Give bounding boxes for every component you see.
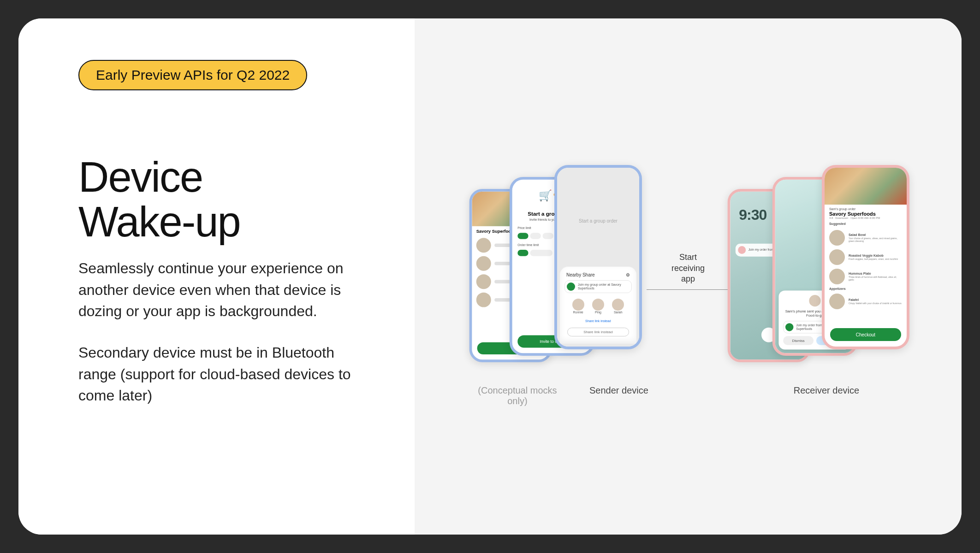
menu-item: Salad BowlYour choice of greens, olives,… bbox=[825, 228, 907, 247]
item-desc: Fresh veggies, bell peppers, onion, and … bbox=[849, 258, 898, 260]
item-name: Falafel bbox=[849, 298, 902, 302]
item-name: Roasted Veggie Kabob bbox=[849, 254, 898, 258]
receiver-phone-front: Sam's group order Savory Superfoods 4.8 … bbox=[822, 165, 909, 349]
nearby-share-title: Nearby Share bbox=[566, 272, 595, 277]
item-desc: Three kinds of hummus with flatbread, ol… bbox=[849, 276, 902, 281]
checkout-button: Checkout bbox=[830, 328, 901, 341]
section-suggested: Suggested bbox=[825, 220, 907, 228]
share-link-button: Share link instead bbox=[567, 328, 629, 336]
share-message: Join my group order at Savory Superfoods bbox=[578, 283, 630, 291]
avatar bbox=[572, 299, 584, 311]
restaurant-meta: 4.8 · Downtown · Open 9:00 AM–9:00 PM bbox=[829, 217, 902, 219]
restaurant-name: Savory Superfoods bbox=[829, 211, 902, 217]
share-link-instead: Share link instead bbox=[564, 318, 632, 325]
arrow-label: Start receiving app bbox=[660, 252, 716, 284]
dismiss-button: Dismiss bbox=[783, 336, 814, 345]
menu-item: Hummus PlateThree kinds of hummus with f… bbox=[825, 267, 907, 286]
device-stage: Savory Superfoods 🛒🍕 Start a group order… bbox=[415, 165, 962, 377]
presentation-slide: Early Preview APIs for Q2 2022 Device Wa… bbox=[18, 18, 962, 535]
notif-avatar bbox=[738, 246, 746, 254]
dimmed-title: Start a group order bbox=[557, 218, 639, 224]
food-hero-image bbox=[825, 168, 907, 205]
person-name: Ronnie bbox=[572, 311, 584, 314]
sender-phone-front: Start a group order Nearby Share ⚙ Join … bbox=[554, 165, 642, 349]
sender-avatar bbox=[809, 295, 820, 306]
preview-badge: Early Preview APIs for Q2 2022 bbox=[78, 60, 307, 90]
item-desc: Your choice of greens, olives, and mixed… bbox=[849, 237, 902, 242]
receiver-phone-group: 9:30 Join my order from Food-to-go Sam's… bbox=[725, 165, 928, 377]
caption-receiver: Receiver device bbox=[725, 385, 928, 406]
title-line-2: Wake-up bbox=[78, 198, 240, 245]
person-name: Sarah bbox=[612, 311, 624, 314]
caption-note: (Conceptual mocks only) bbox=[467, 385, 568, 406]
caption-sender: Sender device bbox=[568, 385, 670, 406]
order-owner: Sam's group order bbox=[829, 207, 902, 211]
nearby-people: Ronnie Ping Sarah bbox=[564, 296, 632, 317]
description-paragraph-1: Seamlessly continue your experience on a… bbox=[78, 258, 355, 322]
section-appetizers: Appetizers bbox=[825, 286, 907, 292]
illustration-panel: Savory Superfoods 🛒🍕 Start a group order… bbox=[415, 18, 962, 535]
menu-item: FalafelCrispy falafel with your choice o… bbox=[825, 292, 907, 311]
nearby-share-sheet: Nearby Share ⚙ Join my group order at Sa… bbox=[560, 266, 636, 344]
checkout-label: Checkout bbox=[856, 332, 875, 337]
share-payload: Join my group order at Savory Superfoods bbox=[564, 280, 632, 293]
slide-title: Device Wake-up bbox=[78, 155, 387, 244]
item-name: Salad Bowl bbox=[849, 233, 902, 237]
menu-item: Roasted Veggie KabobFresh veggies, bell … bbox=[825, 247, 907, 267]
text-panel: Early Preview APIs for Q2 2022 Device Wa… bbox=[18, 18, 415, 535]
sender-phone-group: Savory Superfoods 🛒🍕 Start a group order… bbox=[467, 165, 651, 377]
item-desc: Crispy falafel with your choice of tzatz… bbox=[849, 302, 902, 305]
person-name: Ping bbox=[592, 311, 604, 314]
app-icon bbox=[785, 323, 793, 331]
flow-arrow: Start receiving app bbox=[660, 252, 716, 289]
app-icon bbox=[567, 282, 575, 291]
avatar bbox=[612, 299, 624, 311]
description-paragraph-2: Secondary device must be in Bluetooth ra… bbox=[78, 342, 355, 406]
captions-row: (Conceptual mocks only) Sender device Re… bbox=[415, 385, 962, 406]
title-line-1: Device bbox=[78, 153, 202, 200]
avatar bbox=[592, 299, 604, 311]
settings-icon: ⚙ bbox=[626, 272, 630, 277]
arrow-line bbox=[647, 289, 730, 290]
item-name: Hummus Plate bbox=[849, 272, 902, 276]
